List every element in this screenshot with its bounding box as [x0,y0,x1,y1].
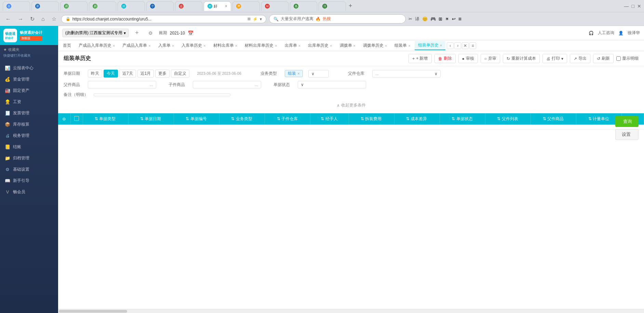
tab-assembly-history-close[interactable]: × [440,43,442,47]
col-parent-goods[interactable]: ⇅ 父件商品 [531,113,576,125]
tab-stock-out-history-close[interactable]: × [330,44,332,48]
minimize-btn[interactable]: — [624,3,629,9]
date-yesterday-btn[interactable]: 昨天 [88,70,102,77]
translate-icon[interactable]: 译 [415,16,419,22]
date-7days-btn[interactable]: 近7天 [119,70,136,77]
back-button[interactable]: ← [3,15,13,23]
add-company-btn[interactable]: + [132,28,142,38]
export-button[interactable]: ↗ 导出 [570,54,590,63]
sidebar-item-tax[interactable]: 🖨 税务管理 [0,130,58,141]
search-bar[interactable]: 🔍 大量安卓用户逃离 🔥 热搜 [269,14,406,24]
tab-stock-in-close[interactable]: × [172,44,174,48]
show-detail-checkbox-label[interactable]: 显示明细 [616,56,639,61]
tab-stock-out-close[interactable]: × [298,44,300,48]
col-checkbox[interactable] [70,113,83,125]
tab-transfer-close[interactable]: × [353,44,355,48]
tab-transfer-history[interactable]: 调拨单历史 × [360,41,390,50]
bookmark-button[interactable]: ☆ [50,15,58,23]
cut-icon[interactable]: ✂ [408,16,412,22]
close-btn[interactable]: ✕ [637,3,641,9]
scrollbar-thumb[interactable] [59,310,127,313]
tab-stock-out[interactable]: 出库单 × [281,41,304,50]
col-cost-diff[interactable]: ⇅ 成本差异 [394,113,440,125]
tab-scroll-left[interactable]: ‹ [447,42,454,49]
url-bar[interactable]: 🔒 https://cloud.chanjet.com/accounting/u… [61,15,266,23]
tab-stock-in[interactable]: 入库单 × [155,41,177,50]
sidebar-item-settlement[interactable]: 📒 结账 [0,141,58,153]
grid-icon[interactable]: ⊞ [439,16,442,22]
browser-tab-8[interactable]: 好 好 × [204,1,231,11]
recalculate-button[interactable]: ↻ 重新计算成本 [503,54,540,63]
header-checkbox[interactable] [74,116,79,121]
maximize-btn[interactable]: □ [632,3,634,9]
tab-finished-goods-history[interactable]: 产成品入库单历史 × [75,41,118,50]
new-tab-button[interactable]: + [347,2,354,10]
favorites-label[interactable]: ★ 收藏夹 [3,47,55,52]
tab-stock-in-history[interactable]: 入库单历史 × [178,41,209,50]
browser-tab-5[interactable]: 好 [118,1,145,11]
filter-settings-button[interactable]: 设置 [615,129,639,140]
tab-assembly[interactable]: 组装单 × [391,41,414,50]
tab-finished-goods[interactable]: 产成品入库单 × [119,41,154,50]
delete-button[interactable]: 🗑 删除 [434,54,456,63]
tab-home[interactable]: 首页 [59,41,75,50]
tab-close-8[interactable]: × [225,4,227,9]
child-goods-more-btn[interactable]: ... [255,82,258,87]
tab-finished-goods-close[interactable]: × [148,44,150,48]
business-type-dropdown[interactable]: ∨ [308,70,329,77]
tab-stock-out-history[interactable]: 出库单历史 × [305,41,335,50]
tab-assembly-history[interactable]: 组装单历史 × [415,41,445,50]
reload-button[interactable]: ↻ [28,15,37,23]
sidebar-item-archive[interactable]: 📁 归档管理 [0,153,58,164]
sidebar-item-guide[interactable]: 📖 新手引导 [0,175,58,186]
tab-scroll-right[interactable]: › [454,42,461,49]
browser-tab-9[interactable]: 腾 [232,1,260,11]
browser-tab-3[interactable]: 易 [60,1,88,11]
date-more-btn[interactable]: 更多 [155,70,170,77]
sidebar-item-assets[interactable]: 🏭 固定资产 [0,85,58,96]
col-unit[interactable]: ⇅ 计量单位 [576,113,622,125]
sidebar-item-settings[interactable]: ⚙ 基础设置 [0,164,58,175]
brightness-icon[interactable]: ☀ [445,16,449,22]
print-button[interactable]: 🖨 打印 ▾ [542,54,567,63]
home-button[interactable]: ⌂ [39,15,47,23]
bill-status-dropdown[interactable]: ∨ [298,81,366,88]
sidebar-item-member[interactable]: V 畅会员 [0,186,58,198]
tab-close-all[interactable]: ✕ [462,42,469,49]
company-settings-btn[interactable]: ⚙ [145,29,156,37]
parent-goods-more-btn[interactable]: ... [150,82,153,87]
notes-input[interactable] [94,94,230,96]
tab-stock-in-history-close[interactable]: × [203,44,205,48]
col-bill-type[interactable]: ⇅ 单据类型 [83,113,128,125]
col-bill-status[interactable]: ⇅ 单据状态 [440,113,485,125]
tab-material-out-history-close[interactable]: × [275,44,277,48]
undo-icon[interactable]: ↩ [452,16,456,22]
col-bill-date[interactable]: ⇅ 单据日期 [128,113,174,125]
url-arrow-icon[interactable]: ▾ [260,17,262,22]
username[interactable]: 徐泽华 [628,30,640,36]
tab-finished-goods-history-close[interactable]: × [113,44,115,48]
audit-button[interactable]: ● 审核 [458,54,478,63]
forward-button[interactable]: → [16,15,25,23]
date-1month-btn[interactable]: 近1月 [137,70,154,77]
browser-tab-4[interactable]: 易 [89,1,116,11]
company-selector[interactable]: (勿删勿禁用) 江西服宝测试专用 ▾ [62,29,129,37]
calendar-icon[interactable]: 📅 [188,30,193,36]
horizontal-scrollbar[interactable] [58,309,644,313]
parent-goods-input[interactable]: ... [88,81,156,88]
date-today-btn[interactable]: 今天 [104,70,118,77]
refresh-button[interactable]: ↺ 刷新 [593,54,614,63]
game-icon[interactable]: 🎮 [430,16,436,22]
service-label[interactable]: 人工咨询 [598,30,614,36]
sidebar-item-payroll[interactable]: 👷 工资 [0,96,58,108]
abandon-button[interactable]: ○ 弃审 [481,54,500,63]
col-disassembly-fee[interactable]: ⇅ 拆装费用 [349,113,394,125]
col-bill-no[interactable]: ⇅ 单据编号 [174,113,219,125]
sidebar-item-funds[interactable]: 💰 资金管理 [0,74,58,85]
collapse-button[interactable]: ∧ 收起更多条件 [64,101,639,110]
browser-tab-7[interactable]: 企 [175,1,202,11]
parent-warehouse-more[interactable]: ... [375,71,379,76]
parent-warehouse-dropdown[interactable]: ... ∨ [372,70,441,77]
tab-assembly-close[interactable]: × [408,44,410,48]
query-button[interactable]: 查询 [615,116,639,127]
